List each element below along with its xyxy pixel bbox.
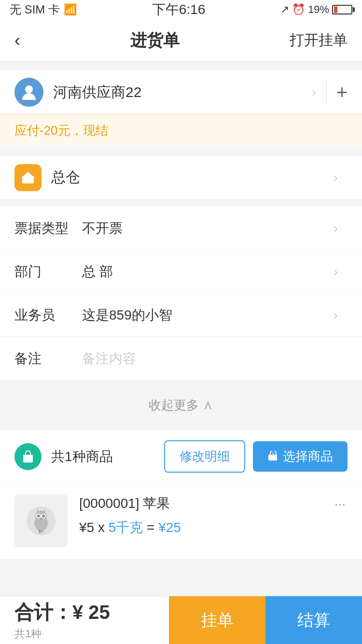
collapse-label: 收起更多 ∧ xyxy=(149,397,213,414)
product-price: ¥5 x 5千克 = ¥25 xyxy=(79,518,333,537)
svg-point-0 xyxy=(25,85,33,93)
collapse-bar[interactable]: 收起更多 ∧ xyxy=(0,388,362,422)
shopping-bag-icon xyxy=(20,449,36,464)
person-icon xyxy=(20,84,38,101)
total-amount: ¥ 25 xyxy=(72,602,110,623)
warehouse-building-icon xyxy=(20,170,36,185)
product-info: [0000001] 苹果 ¥5 x 5千克 = ¥25 xyxy=(79,494,333,537)
divider-3 xyxy=(0,422,362,431)
battery-icon xyxy=(332,5,352,14)
total-sub: 共1种 xyxy=(14,627,154,641)
invoice-type-value: 不开票 xyxy=(82,219,334,238)
warehouse-row[interactable]: 总仓 › xyxy=(0,155,362,199)
add-button[interactable]: + xyxy=(336,82,348,103)
product-icon xyxy=(14,443,42,470)
total-value: ¥25 xyxy=(158,520,181,535)
svg-rect-4 xyxy=(268,455,277,461)
status-right: ↗ ⏰ 19% xyxy=(280,3,352,16)
salesperson-row[interactable]: 业务员 这是859的小智 › xyxy=(0,294,362,337)
quantity-value: 5千克 xyxy=(109,520,143,535)
warehouse-icon xyxy=(14,164,42,191)
status-time: 下午6:16 xyxy=(152,0,206,19)
supplier-avatar xyxy=(14,78,43,107)
alarm-icon: ⏰ xyxy=(292,3,305,16)
footer-total: 合计：¥ 25 共1种 xyxy=(0,599,169,641)
svg-rect-3 xyxy=(23,455,33,462)
total-label: 合计： xyxy=(14,602,72,623)
cart-icon xyxy=(267,451,279,462)
product-item: 智+ [0000001] 苹果 ¥5 x 5千克 = ¥25 ··· xyxy=(0,483,362,560)
department-chevron-icon: › xyxy=(334,264,338,280)
divider-2 xyxy=(0,147,362,155)
select-product-label: 选择商品 xyxy=(283,448,333,465)
warning-text: 应付-20元，现结 xyxy=(14,123,108,138)
hang-button[interactable]: 挂单 xyxy=(169,596,265,644)
product-thumbnail: 智+ xyxy=(14,494,68,547)
warehouse-name: 总仓 xyxy=(51,168,334,187)
product-header: 共1种商品 修改明细 选择商品 xyxy=(0,431,362,483)
form-section: 票据类型 不开票 › 部门 总 部 › 业务员 这是859的小智 › 备注 备注… xyxy=(0,207,362,380)
back-button[interactable]: ‹ xyxy=(14,30,20,51)
warning-bar: 应付-20元，现结 xyxy=(0,114,362,147)
product-section: 共1种商品 修改明细 选择商品 xyxy=(0,431,362,560)
vertical-divider xyxy=(326,80,327,104)
product-name: [0000001] 苹果 xyxy=(79,494,333,513)
warehouse-section: 总仓 › xyxy=(0,155,362,199)
divider-1 xyxy=(0,62,362,70)
location-icon: ↗ xyxy=(280,3,289,16)
battery-percent: 19% xyxy=(308,3,329,16)
carrier-label: 无 SIM 卡 xyxy=(10,2,60,17)
footer: 合计：¥ 25 共1种 挂单 结算 xyxy=(0,596,362,644)
svg-point-11 xyxy=(37,515,40,518)
checkout-button[interactable]: 结算 xyxy=(265,596,362,644)
price-value: ¥5 x xyxy=(79,520,109,535)
status-left: 无 SIM 卡 📶 xyxy=(10,2,77,17)
product-code: [0000001] xyxy=(79,496,143,511)
select-product-button[interactable]: 选择商品 xyxy=(253,441,348,472)
department-row[interactable]: 部门 总 部 › xyxy=(0,250,362,294)
total-main: 合计：¥ 25 xyxy=(14,599,154,626)
page-title: 进货单 xyxy=(130,29,180,52)
svg-text:智+: 智+ xyxy=(38,530,44,534)
more-button[interactable]: ··· xyxy=(333,494,348,514)
product-title: 苹果 xyxy=(143,496,170,511)
product-count: 共1种商品 xyxy=(51,448,164,466)
salesperson-value: 这是859的小智 xyxy=(82,306,334,324)
supplier-section: 河南供应商22 › + 应付-20元，现结 xyxy=(0,70,362,147)
salesperson-label: 业务员 xyxy=(14,306,82,324)
invoice-type-chevron-icon: › xyxy=(334,221,338,236)
edit-detail-button[interactable]: 修改明细 xyxy=(164,440,245,473)
nav-bar: ‹ 进货单 打开挂单 xyxy=(0,19,362,62)
note-label: 备注 xyxy=(14,350,82,368)
warehouse-chevron-icon: › xyxy=(334,170,338,185)
svg-point-12 xyxy=(42,515,45,518)
note-placeholder: 备注内容 xyxy=(82,350,348,368)
open-hang-button[interactable]: 打开挂单 xyxy=(290,30,348,50)
invoice-type-label: 票据类型 xyxy=(14,219,82,238)
department-label: 部门 xyxy=(14,263,82,281)
equals-sign: = xyxy=(143,520,158,535)
supplier-row[interactable]: 河南供应商22 › + xyxy=(0,70,362,114)
supplier-chevron-icon: › xyxy=(312,84,316,100)
department-value: 总 部 xyxy=(82,263,334,281)
svg-line-5 xyxy=(272,453,274,455)
product-image: 智+ xyxy=(24,504,58,538)
status-bar: 无 SIM 卡 📶 下午6:16 ↗ ⏰ 19% xyxy=(0,0,362,19)
wifi-icon: 📶 xyxy=(64,3,77,16)
supplier-name: 河南供应商22 xyxy=(53,83,312,102)
note-row[interactable]: 备注 备注内容 xyxy=(0,337,362,380)
invoice-type-row[interactable]: 票据类型 不开票 › xyxy=(0,207,362,250)
salesperson-chevron-icon: › xyxy=(334,308,338,323)
svg-rect-2 xyxy=(26,179,30,183)
